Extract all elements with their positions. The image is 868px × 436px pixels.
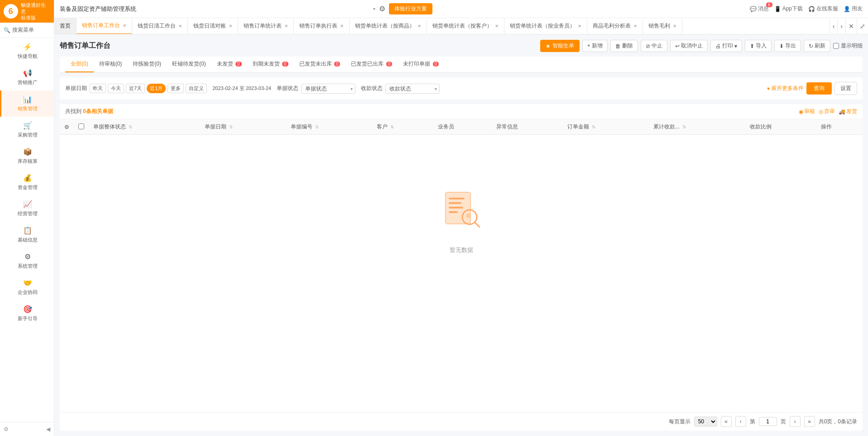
- col-checkbox[interactable]: [74, 119, 89, 135]
- settings-bottom-icon[interactable]: ⚙: [4, 426, 9, 432]
- page-first-button[interactable]: «: [721, 416, 732, 427]
- ship-action-button[interactable]: 🚚 发货: [839, 108, 857, 115]
- sidebar-item-marketing[interactable]: 📢 营销推广: [0, 64, 54, 90]
- sidebar-item-inventory[interactable]: 📦 库存核算: [0, 143, 54, 169]
- delete-button[interactable]: 🗑 删除: [610, 40, 638, 52]
- tab-close-all[interactable]: ✕: [845, 18, 857, 34]
- filter-tab-not-shipped[interactable]: 未发货 0: [211, 57, 247, 72]
- industry-solution-button[interactable]: 体验行业方案: [389, 3, 432, 14]
- date-btn-1month[interactable]: 近1月: [147, 84, 166, 93]
- export-button[interactable]: ⬇ 导出: [774, 40, 801, 52]
- message-icon-item[interactable]: 💬 消息 6: [750, 5, 769, 13]
- sort-amount[interactable]: ⇅: [592, 124, 595, 129]
- review-action-button[interactable]: ◉ 审核: [799, 108, 815, 115]
- tab-close-sales-more[interactable]: ✕: [673, 24, 676, 28]
- tab-close-sales-workbench[interactable]: ✕: [123, 23, 126, 28]
- tab-scroll-right[interactable]: ›: [837, 18, 845, 34]
- tab-gross-margin[interactable]: 商品毛利分析表 ✕: [587, 18, 643, 34]
- tab-sales-workbench[interactable]: 销售订单工作台 ✕: [77, 18, 132, 34]
- page-last-button[interactable]: »: [804, 416, 815, 427]
- import-icon: ⬆: [750, 43, 754, 49]
- page-next-button[interactable]: ›: [790, 416, 801, 427]
- purchase-icon: 🛒: [23, 121, 32, 130]
- filter-tab-pending[interactable]: 待审核(0): [94, 57, 128, 72]
- sidebar-item-enterprise[interactable]: 🤝 企业协同: [0, 274, 54, 300]
- select-all-checkbox[interactable]: [78, 123, 84, 129]
- sort-collected[interactable]: ⇅: [682, 124, 686, 129]
- col-settings[interactable]: ⚙: [60, 119, 74, 135]
- settings-filter-button[interactable]: 设置: [834, 82, 857, 95]
- import-button[interactable]: ⬆ 导入: [745, 40, 772, 52]
- sidebar-item-sales[interactable]: 📊 销售管理: [0, 90, 54, 117]
- sidebar-item-finance[interactable]: 💰 资金管理: [0, 169, 54, 195]
- page-number-input[interactable]: [759, 417, 777, 426]
- tab-close-sales-exec[interactable]: ✕: [340, 24, 344, 28]
- receipt-select[interactable]: 收款状态: [385, 84, 440, 94]
- tab-close-by-customer[interactable]: ✕: [495, 24, 499, 28]
- tab-sales-stat[interactable]: 销售订单统计表 ✕: [238, 18, 294, 34]
- filter-tab-shipped-out[interactable]: 已发货已出库 0: [345, 57, 398, 72]
- svg-rect-4: [449, 211, 458, 213]
- filter-tab-shipped-not-out[interactable]: 已发货未出库 0: [294, 57, 346, 72]
- tab-close-by-staff[interactable]: ✕: [578, 24, 581, 28]
- stop-button[interactable]: ⊘ 中止: [641, 40, 667, 52]
- date-btn-today[interactable]: 今天: [108, 84, 124, 93]
- system-title-arrow[interactable]: ▾: [373, 6, 375, 11]
- filter-tab-wangpu[interactable]: 旺铺待发货(0): [167, 57, 211, 72]
- tab-cash-daily[interactable]: 钱货日清工作台 ✕: [132, 18, 188, 34]
- tab-maximize[interactable]: ⤢: [857, 18, 868, 34]
- filter-tab-not-printed[interactable]: 未打印单据 0: [398, 57, 444, 72]
- tab-cash-reconcile[interactable]: 钱货日清对账 ✕: [188, 18, 238, 34]
- tab-sales-by-product[interactable]: 销货单统计表（按商品） ✕: [350, 18, 427, 34]
- sidebar-item-purchase[interactable]: 🛒 采购管理: [0, 117, 54, 143]
- topbar-settings-icon[interactable]: ⚙: [379, 5, 385, 13]
- tab-home[interactable]: 首页: [54, 18, 77, 34]
- smart-create-button[interactable]: ★ 智能生单: [540, 40, 580, 52]
- tab-close-sales-stat[interactable]: ✕: [284, 24, 288, 28]
- tab-close-by-product[interactable]: ✕: [417, 24, 421, 28]
- cancel-review-action-button[interactable]: ◎ 弃审: [819, 108, 835, 115]
- sidebar-item-quick-nav[interactable]: ⚡ 快捷导航: [0, 38, 54, 64]
- date-btn-7days[interactable]: 近7天: [126, 84, 145, 93]
- sort-date[interactable]: ⇅: [229, 124, 233, 129]
- filter-tab-pending-inspect[interactable]: 待拣验货(0): [127, 57, 167, 72]
- tab-close-cash-daily[interactable]: ✕: [178, 24, 182, 28]
- tab-close-cash-reconcile[interactable]: ✕: [229, 24, 232, 28]
- tab-close-gross-margin[interactable]: ✕: [633, 24, 637, 28]
- cancel-stop-button[interactable]: ↩ 取消中止: [670, 40, 708, 52]
- user-item[interactable]: 👤 用友: [844, 5, 863, 13]
- show-detail-checkbox[interactable]: [833, 43, 839, 49]
- query-button[interactable]: 查询: [806, 82, 832, 95]
- new-button[interactable]: + 新增: [582, 40, 608, 52]
- tab-sales-more[interactable]: 销售毛利 ✕: [643, 18, 682, 34]
- online-service-item[interactable]: 🎧 在线客服: [808, 5, 838, 13]
- sort-status[interactable]: ⇅: [129, 124, 132, 129]
- date-btn-yesterday[interactable]: 昨天: [90, 84, 106, 93]
- tab-sales-exec[interactable]: 销售订单执行表 ✕: [294, 18, 350, 34]
- filter-tab-all[interactable]: 全部(0): [65, 57, 94, 72]
- sidebar-item-basic[interactable]: 📋 基础信息: [0, 222, 54, 248]
- app-download-item[interactable]: 📱 App下载: [774, 5, 803, 13]
- sort-customer[interactable]: ⇅: [390, 124, 394, 129]
- table-scroll[interactable]: ⚙ 单据整体状态 ⇅ 单据日期 ⇅ 单据编号: [60, 119, 863, 412]
- sidebar-item-guide[interactable]: 🎯 新手引导: [0, 300, 54, 327]
- show-detail-label[interactable]: 显示明细: [833, 42, 863, 50]
- tab-sales-by-staff[interactable]: 销货单统计表（按业务员） ✕: [504, 18, 587, 34]
- per-page-select[interactable]: 50 20 100: [694, 417, 717, 427]
- expand-conditions-button[interactable]: ▾ 展开更多条件: [767, 85, 804, 92]
- date-btn-more[interactable]: 更多: [168, 84, 184, 93]
- sidebar-item-system[interactable]: ⚙ 系统管理: [0, 248, 54, 274]
- sidebar-search[interactable]: 🔍 搜索菜单: [0, 23, 54, 38]
- status-select[interactable]: 单据状态: [301, 84, 355, 94]
- tab-sales-by-customer[interactable]: 销货单统计表（按客户） ✕: [427, 18, 504, 34]
- refresh-button[interactable]: ↻ 刷新: [804, 40, 830, 52]
- sort-number[interactable]: ⇅: [315, 124, 319, 129]
- page-prev-button[interactable]: ‹: [735, 416, 746, 427]
- date-btn-custom[interactable]: 自定义: [186, 84, 207, 93]
- print-button[interactable]: 🖨 打印 ▾: [710, 40, 742, 52]
- tab-scroll-left[interactable]: ‹: [830, 18, 838, 34]
- sidebar-item-operation[interactable]: 📈 经营管理: [0, 195, 54, 222]
- page-label: 第: [750, 418, 755, 426]
- collapse-icon[interactable]: ◀: [46, 426, 50, 432]
- filter-tab-overdue[interactable]: 到期未发货 0: [247, 57, 294, 72]
